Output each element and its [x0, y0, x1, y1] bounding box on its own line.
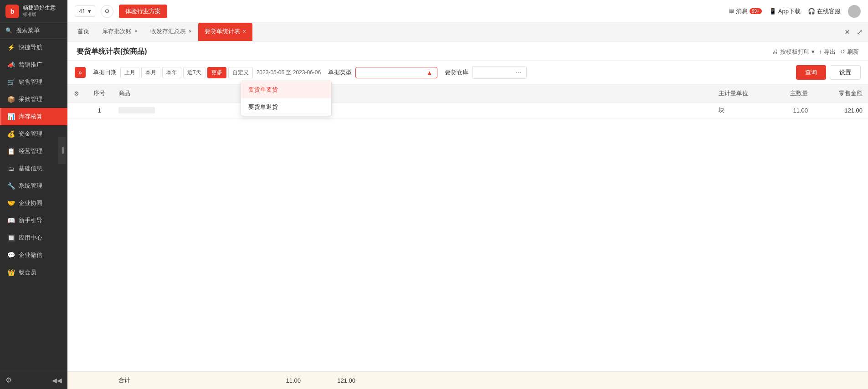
- query-button[interactable]: 查询: [796, 65, 826, 80]
- print-icon: 🖨: [772, 48, 778, 55]
- product-placeholder: [118, 107, 155, 113]
- row-num-cell: 1: [86, 102, 113, 118]
- industry-button[interactable]: 体验行业方案: [119, 5, 167, 18]
- message-action[interactable]: ✉ 消息 99+: [729, 7, 762, 15]
- tab-receive-summary-label: 收发存汇总表: [150, 27, 186, 36]
- warehouse-select[interactable]: ···: [472, 66, 527, 79]
- refresh-action[interactable]: ↺ 刷新: [840, 48, 859, 56]
- nav-label-inventory: 库存核算: [19, 113, 42, 121]
- tab-order-summary[interactable]: 要货单统计表 ×: [198, 23, 252, 41]
- member-icon: 👑: [7, 268, 15, 276]
- tab-inventory-batch[interactable]: 库存批次账 ×: [96, 23, 144, 41]
- sidebar-item-quick-nav[interactable]: ⚡ 快捷导航: [0, 39, 67, 56]
- dropdown-item-order-return[interactable]: 要货单退货: [241, 98, 331, 116]
- data-table: ⚙ 序号 商品 主计量单位 主数量: [67, 85, 868, 118]
- sidebar-item-operation[interactable]: 📋 经营管理: [0, 143, 67, 160]
- type-select-arrow: ▲: [426, 69, 432, 76]
- top-header: 41 ▾ ⚙ 体验行业方案 ✉ 消息 99+ 📱 App下载 🎧 在线客服: [67, 0, 868, 23]
- tab-home[interactable]: 首页: [71, 23, 96, 41]
- sidebar-item-finance[interactable]: 💰 资金管理: [0, 125, 67, 143]
- sidebar-item-member[interactable]: 👑 畅会员: [0, 264, 67, 281]
- date-btn-last-month[interactable]: 上月: [120, 67, 139, 78]
- dropdown-item-order-goods[interactable]: 要货单要货: [241, 81, 331, 98]
- refresh-label: 刷新: [847, 48, 859, 56]
- sidebar-collapse-icon[interactable]: ◀◀: [52, 377, 62, 384]
- sidebar-item-purchase[interactable]: 📦 采购管理: [0, 91, 67, 108]
- app-name-block: 畅捷通好生意 标准版: [23, 5, 56, 18]
- date-btn-this-month[interactable]: 本月: [141, 67, 160, 78]
- sidebar-item-marketing[interactable]: 📣 营销推广: [0, 56, 67, 73]
- tab-close-all-button[interactable]: ✕: [842, 28, 852, 36]
- tab-home-label: 首页: [77, 27, 89, 36]
- sidebar-item-inventory[interactable]: 📊 库存核算: [0, 108, 67, 125]
- sidebar-item-guide[interactable]: 📖 新手引导: [0, 212, 67, 229]
- date-btn-this-year[interactable]: 本年: [162, 67, 181, 78]
- header-settings-button[interactable]: ⚙: [101, 5, 113, 18]
- date-quick-btns: 上月 本月 本年 近7天 更多 自定义: [120, 67, 253, 78]
- filter-bar: » 单据日期 上月 本月 本年 近7天 更多 自定义 2023-05-06 至 …: [67, 61, 868, 85]
- page-actions: 🖨 按模板打印 ▾ ↑ 导出 ↺ 刷新: [772, 48, 859, 56]
- col-product-header: 商品: [113, 85, 713, 102]
- tab-order-summary-close[interactable]: ×: [243, 28, 246, 35]
- basic-info-icon: 🗂: [7, 164, 15, 173]
- app-download-label: App下载: [778, 7, 801, 15]
- sidebar-item-basic-info[interactable]: 🗂 基础信息: [0, 160, 67, 177]
- tab-inventory-batch-label: 库存批次账: [102, 27, 132, 36]
- col-setting-header[interactable]: ⚙: [67, 85, 86, 102]
- nav-label-sales: 销售管理: [19, 78, 42, 86]
- sidebar-item-sales[interactable]: 🛒 销售管理: [0, 73, 67, 91]
- settings-icon: ⚙: [104, 8, 110, 15]
- print-action[interactable]: 🖨 按模板打印 ▾: [772, 48, 815, 56]
- nav-label-quick-nav: 快捷导航: [19, 43, 42, 51]
- store-number: 41: [79, 8, 85, 15]
- tab-receive-summary-close[interactable]: ×: [189, 28, 192, 35]
- purchase-icon: 📦: [7, 95, 15, 103]
- phone-icon: 📱: [769, 8, 776, 15]
- col-unit-header: 主计量单位: [713, 85, 759, 102]
- date-btn-custom[interactable]: 自定义: [228, 67, 253, 78]
- type-filter-group: 单据类型 ▲: [328, 67, 437, 78]
- nav-label-guide: 新手引导: [19, 216, 42, 225]
- nav-label-basic-info: 基础信息: [19, 164, 42, 173]
- app-sub: 标准版: [23, 11, 56, 18]
- message-label: 消息: [736, 7, 748, 15]
- nav-label-system: 系统管理: [19, 182, 42, 190]
- online-service-action[interactable]: 🎧 在线客服: [808, 7, 841, 15]
- filter-bar-right: 查询 设置: [796, 65, 861, 80]
- operation-icon: 📋: [7, 147, 15, 155]
- tab-expand-button[interactable]: ⤢: [855, 28, 864, 36]
- app-download-action[interactable]: 📱 App下载: [769, 7, 801, 15]
- store-selector[interactable]: 41 ▾: [75, 5, 95, 17]
- header-right: ✉ 消息 99+ 📱 App下载 🎧 在线客服: [729, 5, 861, 18]
- wechat-icon: 💬: [7, 251, 15, 259]
- sidebar: b 畅捷通好生意 标准版 🔍 搜索菜单 ⚡ 快捷导航 📣 营销推广 🛒 销售管理…: [0, 0, 67, 389]
- table-footer: 合计 11.00 121.00: [67, 371, 868, 389]
- user-avatar[interactable]: [848, 5, 861, 18]
- row-qty-cell: 11.00: [759, 102, 813, 118]
- enterprise-icon: 🤝: [7, 199, 15, 207]
- sidebar-item-enterprise[interactable]: 🤝 企业协同: [0, 194, 67, 212]
- filter-expand-button[interactable]: »: [75, 67, 86, 78]
- main-area: 41 ▾ ⚙ 体验行业方案 ✉ 消息 99+ 📱 App下载 🎧 在线客服: [67, 0, 868, 389]
- footer-qty: 11.00: [246, 377, 301, 384]
- sidebar-settings-icon[interactable]: ⚙: [5, 376, 12, 384]
- sidebar-item-app-center[interactable]: 🔲 应用中心: [0, 229, 67, 246]
- date-btn-more[interactable]: 更多: [207, 67, 226, 78]
- page-title: 要货单统计表(按商品): [77, 47, 147, 56]
- set-button[interactable]: 设置: [830, 65, 861, 80]
- nav-label-marketing: 营销推广: [19, 61, 42, 69]
- sidebar-item-wechat[interactable]: 💬 企业微信: [0, 246, 67, 264]
- sidebar-search[interactable]: 🔍 搜索菜单: [0, 23, 67, 39]
- table-row: 1 块 11.00: [67, 102, 868, 118]
- tab-inventory-batch-close[interactable]: ×: [134, 28, 138, 35]
- finance-icon: 💰: [7, 130, 15, 138]
- sidebar-item-system[interactable]: 🔧 系统管理: [0, 177, 67, 194]
- type-select[interactable]: ▲: [355, 67, 437, 78]
- tab-receive-summary[interactable]: 收发存汇总表 ×: [144, 23, 198, 41]
- warehouse-more-icon: ···: [516, 68, 522, 77]
- column-settings-icon: ⚙: [74, 90, 79, 97]
- export-action[interactable]: ↑ 导出: [819, 48, 836, 56]
- refresh-icon: ↺: [840, 48, 845, 55]
- app-center-icon: 🔲: [7, 234, 15, 242]
- date-btn-last-7-days[interactable]: 近7天: [183, 67, 205, 78]
